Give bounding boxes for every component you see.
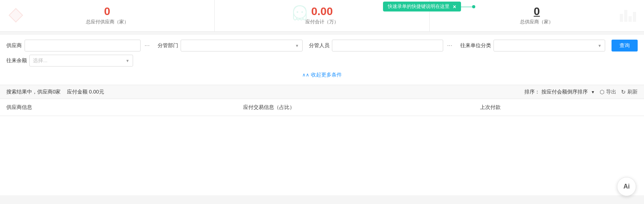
svg-point-3 [301,11,303,13]
col-header-transaction: 应付交易信息（占比） [243,104,480,111]
stat-total-suppliers: 0 总供应商（家） [430,0,644,31]
stat-3-label: 总供应商（家） [520,19,553,25]
diamond-icon [6,6,25,25]
department-chevron-icon: ▼ [295,44,299,48]
results-amount-text: 应付金额 0.00元 [67,89,104,95]
tooltip-line [461,7,473,7]
col-header-payment: 上次付款 [480,104,638,111]
stat-1-label: 总应付供应商（家） [86,19,129,25]
stats-bar: 0 总应付供应商（家） 0.00 应付合计（万） 快速录单的快捷键说明在这里 × [0,0,644,32]
svg-point-2 [297,11,298,13]
results-info-area: 搜索结果中，供应商0家 应付金额 0.00元 [6,88,104,95]
tooltip-dot [472,5,475,8]
ghost-icon [289,4,311,26]
table-header: 供应商信息 应付交易信息（占比） 上次付款 [0,99,644,116]
filter-person: 分管人员 ··· [309,40,454,51]
filter-unit-category: 往来单位分类 ▼ [460,40,605,51]
export-label: 导出 [606,88,616,95]
filter-section: 供应商 ··· 分管部门 ▼ 分管人员 ··· 往来单位分类 ▼ 查询 [0,35,644,85]
results-count-text: 搜索结果中，供应商0家 [6,89,61,95]
sort-label: 排序： [524,88,540,95]
export-button[interactable]: ⬡ 导出 [600,88,616,95]
stat-total-payable-amount: 0.00 应付合计（万） 快速录单的快捷键说明在这里 × [215,0,429,31]
filter-row-2: 往来余额 选择... ▼ [6,55,638,67]
tooltip-container: 快速录单的快捷键说明在这里 × [383,2,461,11]
supplier-input[interactable] [25,40,141,51]
export-icon: ⬡ [600,89,604,95]
collapse-up-icon: ∧∧ [302,72,309,78]
person-label: 分管人员 [309,42,330,49]
tooltip-text: 快速录单的快捷键说明在这里 [388,3,450,10]
svg-rect-0 [9,8,23,22]
stat-1-number: 0 [104,6,111,17]
stat-2-number: 0.00 [311,6,333,17]
tooltip-box: 快速录单的快捷键说明在这里 × [383,2,461,11]
filter-balance: 往来余额 选择... ▼ [6,55,133,67]
stat-3-number: 0 [534,6,540,17]
results-actions: 排序： 按应付会额倒序排序 ▼ ⬡ 导出 ↻ 刷新 [524,88,638,95]
unit-category-select[interactable]: ▼ [493,40,605,51]
sort-value: 按应付会额倒序排序 [541,88,588,95]
results-bar: 搜索结果中，供应商0家 应付金额 0.00元 排序： 按应付会额倒序排序 ▼ ⬡… [0,85,644,99]
unit-category-chevron-icon: ▼ [598,44,602,48]
refresh-icon: ↻ [621,89,626,95]
person-input[interactable] [332,40,443,51]
supplier-dots-button[interactable]: ··· [143,42,151,49]
col-header-supplier: 供应商信息 [6,104,243,111]
filter-department: 分管部门 ▼ [158,40,303,51]
balance-select[interactable]: 选择... ▼ [29,55,133,67]
refresh-label: 刷新 [627,88,638,95]
balance-chevron-icon: ▼ [126,59,130,63]
collapse-button[interactable]: ∧∧ 收起更多条件 [302,70,342,80]
balance-label: 往来余额 [6,57,27,64]
supplier-label: 供应商 [6,42,22,49]
collapse-label: 收起更多条件 [311,71,342,78]
balance-placeholder: 选择... [33,57,126,64]
unit-category-label: 往来单位分类 [460,42,491,49]
department-select[interactable]: ▼ [181,40,303,51]
filter-supplier: 供应商 ··· [6,40,151,51]
ai-button[interactable]: Ai [617,177,636,195]
sort-chevron-icon: ▼ [591,90,595,94]
svg-point-1 [293,6,306,18]
sort-select[interactable]: 排序： 按应付会额倒序排序 ▼ [524,88,595,95]
filter-row-1: 供应商 ··· 分管部门 ▼ 分管人员 ··· 往来单位分类 ▼ 查询 [6,40,638,51]
query-button[interactable]: 查询 [612,40,638,51]
tooltip-close-button[interactable]: × [453,4,456,10]
stat-total-payable-suppliers: 0 总应付供应商（家） [0,0,215,31]
department-label: 分管部门 [158,42,178,49]
refresh-button[interactable]: ↻ 刷新 [621,88,638,95]
table-body [0,116,644,195]
person-dots-button[interactable]: ··· [446,42,454,49]
